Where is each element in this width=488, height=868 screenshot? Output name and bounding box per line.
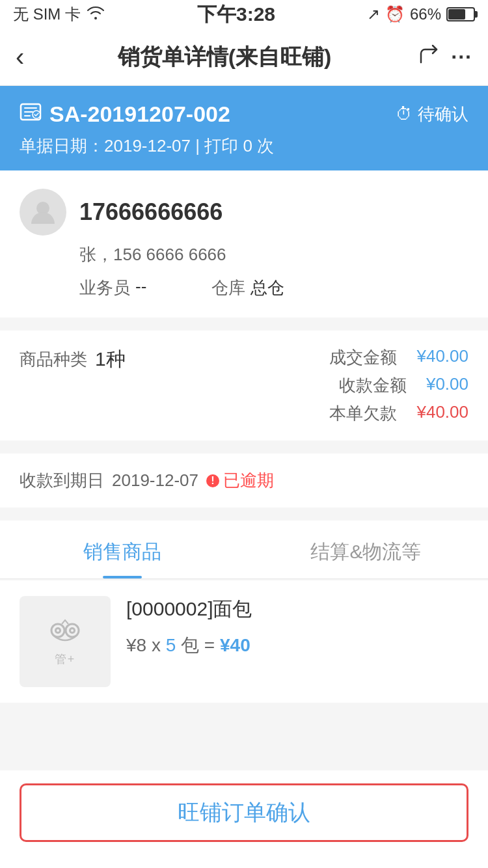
battery-percent: 66% xyxy=(410,5,441,23)
debt-amount-row: 本单欠款 ¥40.00 xyxy=(329,402,468,425)
status-right: ↗ ⏰ 66% xyxy=(367,5,475,23)
warehouse-label: 仓库 xyxy=(211,277,245,299)
product-thumb-inner: 管+ xyxy=(42,616,88,667)
order-date: 单据日期：2019-12-07 | 打印 0 次 xyxy=(20,135,468,157)
tab-sales-label: 销售商品 xyxy=(83,541,161,562)
back-button[interactable]: ‹ xyxy=(16,42,55,72)
more-icon[interactable]: ··· xyxy=(451,45,472,69)
customer-name: 张，156 6666 6666 xyxy=(79,243,468,266)
confirm-order-button[interactable]: 旺铺订单确认 xyxy=(20,783,468,842)
page-title: 销货单详情(来自旺铺) xyxy=(55,42,394,72)
product-name: [0000002]面包 xyxy=(126,596,468,623)
salesperson-label: 业务员 xyxy=(79,277,130,299)
share-icon[interactable] xyxy=(417,44,438,70)
tab-sales[interactable]: 销售商品 xyxy=(0,521,244,578)
equals-sign: = xyxy=(204,635,220,655)
customer-section: 17666666666 张，156 6666 6666 业务员 -- 仓库 总仓 xyxy=(0,170,488,318)
status-bar: 无 SIM 卡 下午3:28 ↗ ⏰ 66% xyxy=(0,0,488,29)
status-left: 无 SIM 卡 xyxy=(13,4,105,25)
order-id-text: SA-20191207-002 xyxy=(49,102,230,127)
product-types-value: 1种 xyxy=(95,346,126,373)
product-quantity: 5 xyxy=(166,635,176,655)
order-header-banner: SA-20191207-002 ⏱ 待确认 单据日期：2019-12-07 | … xyxy=(0,86,488,170)
due-date-value: 2019-12-07 xyxy=(112,470,198,491)
svg-point-7 xyxy=(57,629,59,632)
product-info: [0000002]面包 ¥8 x 5 包 = ¥40 xyxy=(126,596,468,658)
customer-phone: 17666666666 xyxy=(79,198,223,226)
order-status: ⏱ 待确认 xyxy=(396,103,468,126)
order-id: SA-20191207-002 xyxy=(20,102,230,127)
deal-amount-label: 成交金额 xyxy=(329,346,397,369)
order-status-text: 待确认 xyxy=(418,103,468,126)
overdue-dot: ! xyxy=(206,474,219,487)
unit-price: ¥8 xyxy=(126,635,146,655)
product-types-label: 商品种类 xyxy=(20,348,87,371)
warehouse-value: 总仓 xyxy=(251,277,284,299)
debt-amount-value: ¥40.00 xyxy=(416,402,468,425)
summary-left: 商品种类 1种 xyxy=(20,346,126,373)
battery-icon xyxy=(446,7,475,21)
deal-amount-value: ¥40.00 xyxy=(416,346,468,369)
nav-bar: ‹ 销货单详情(来自旺铺) ··· xyxy=(0,29,488,86)
carrier-label: 无 SIM 卡 xyxy=(13,4,81,25)
wifi-icon xyxy=(86,5,105,23)
product-item: 管+ [0000002]面包 ¥8 x 5 包 = ¥40 xyxy=(20,596,468,687)
tab-settlement[interactable]: 结算&物流等 xyxy=(244,521,488,578)
back-icon: ‹ xyxy=(16,42,24,72)
due-section: 收款到期日 2019-12-07 ! 已逾期 xyxy=(0,454,488,508)
salesperson-value: -- xyxy=(135,277,146,299)
location-icon: ↗ xyxy=(367,5,380,23)
tab-settlement-label: 结算&物流等 xyxy=(310,541,421,562)
nav-actions: ··· xyxy=(394,44,472,70)
overdue-text: 已逾期 xyxy=(223,469,274,492)
overdue-badge: ! 已逾期 xyxy=(206,469,274,492)
deal-amount-row: 成交金额 ¥40.00 xyxy=(329,346,468,369)
due-date-label: 收款到期日 xyxy=(20,469,104,492)
multiply-sign: x xyxy=(152,635,166,655)
product-section: 管+ [0000002]面包 ¥8 x 5 包 = ¥40 xyxy=(0,580,488,703)
clock-icon: ⏱ xyxy=(396,104,413,124)
order-header-top: SA-20191207-002 ⏱ 待确认 xyxy=(20,102,468,127)
product-unit: 包 xyxy=(181,635,199,655)
order-icon xyxy=(20,103,42,126)
product-price: ¥8 x 5 包 = ¥40 xyxy=(126,633,468,658)
payment-amount-row: 收款金额 ¥0.00 xyxy=(339,374,468,397)
tabs-container: 销售商品 结算&物流等 xyxy=(0,521,488,579)
warehouse-field: 仓库 总仓 xyxy=(211,277,284,299)
product-types-field: 商品种类 1种 xyxy=(20,346,126,373)
summary-right: 成交金额 ¥40.00 收款金额 ¥0.00 本单欠款 ¥40.00 xyxy=(329,346,468,425)
alarm-icon: ⏰ xyxy=(385,5,405,23)
brand-text: 管+ xyxy=(55,651,76,667)
product-thumbnail: 管+ xyxy=(20,596,111,687)
customer-row: 17666666666 xyxy=(20,189,468,236)
product-total: ¥40 xyxy=(220,635,251,655)
svg-point-8 xyxy=(71,629,74,632)
status-time: 下午3:28 xyxy=(197,1,275,28)
payment-amount-value: ¥0.00 xyxy=(426,374,468,397)
payment-amount-label: 收款金额 xyxy=(339,374,407,397)
avatar xyxy=(20,189,66,236)
bottom-bar: 旺铺订单确认 xyxy=(0,770,488,868)
summary-section: 商品种类 1种 成交金额 ¥40.00 收款金额 ¥0.00 本单欠款 ¥40.… xyxy=(0,331,488,441)
customer-meta: 业务员 -- 仓库 总仓 xyxy=(79,277,468,299)
salesperson-field: 业务员 -- xyxy=(79,277,146,299)
debt-amount-label: 本单欠款 xyxy=(329,402,397,425)
